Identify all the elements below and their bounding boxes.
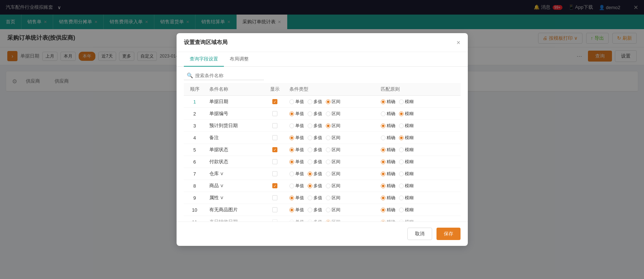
type-radio-多值[interactable]: 多值 [308,183,322,189]
match-radio-模糊[interactable]: 模糊 [399,171,414,177]
type-radio-区间[interactable]: 区间 [326,219,340,222]
type-radio-多值[interactable]: 多值 [308,123,322,129]
match-radio-精确[interactable]: 精确 [381,99,395,105]
match-radio-模糊[interactable]: 模糊 [399,183,414,189]
row-order: 11 [184,216,206,222]
row-display-checkbox[interactable]: ✓ [264,96,286,108]
row-display-checkbox[interactable]: ✓ [264,180,286,192]
modal-title: 设置查询区域布局 [184,39,228,46]
row-condition-name: 单据编号 [206,108,264,120]
row-display-checkbox[interactable]: ✓ [264,144,286,156]
type-radio-单值[interactable]: 单值 [289,219,304,222]
type-radio-单值[interactable]: 单值 [289,207,304,213]
checkbox[interactable] [272,171,277,176]
row-order: 6 [184,156,206,168]
row-type-options: 单值多值区间 [286,216,377,222]
row-display-checkbox[interactable] [264,156,286,168]
row-match-options: 精确模糊 [377,192,461,204]
checkbox[interactable] [272,159,277,164]
modal-search-area: 🔍 [177,67,468,83]
type-radio-单值[interactable]: 单值 [289,183,304,189]
row-order: 9 [184,192,206,204]
checkbox[interactable]: ✓ [272,99,277,104]
match-radio-模糊[interactable]: 模糊 [399,159,414,165]
type-radio-区间[interactable]: 区间 [326,195,340,201]
match-radio-精确[interactable]: 精确 [381,171,395,177]
type-radio-区间[interactable]: 区间 [326,183,340,189]
type-radio-单值[interactable]: 单值 [289,159,304,165]
modal-close-button[interactable]: × [457,39,461,46]
row-display-checkbox[interactable] [264,132,286,144]
checkbox[interactable]: ✓ [272,183,277,188]
type-radio-多值[interactable]: 多值 [308,171,322,177]
match-radio-模糊[interactable]: 模糊 [399,207,414,213]
match-radio-精确[interactable]: 精确 [381,123,395,129]
checkbox[interactable] [272,219,277,221]
match-radio-精确[interactable]: 精确 [381,195,395,201]
type-radio-单值[interactable]: 单值 [289,147,304,153]
settings-modal: 设置查询区域布局 × 查询字段设置 布局调整 🔍 顺序 条件名称 显示 [177,33,468,246]
match-radio-精确[interactable]: 精确 [381,147,395,153]
col-order: 顺序 [184,83,206,96]
match-radio-模糊[interactable]: 模糊 [399,135,414,141]
row-match-options: 精确模糊 [377,168,461,180]
match-radio-精确[interactable]: 精确 [381,183,395,189]
type-radio-多值[interactable]: 多值 [308,111,322,117]
match-radio-模糊[interactable]: 模糊 [399,219,414,222]
type-radio-单值[interactable]: 单值 [289,135,304,141]
cancel-button[interactable]: 取消 [407,228,432,240]
type-radio-多值[interactable]: 多值 [308,219,322,222]
row-type-options: 单值多值区间 [286,120,377,132]
type-radio-多值[interactable]: 多值 [308,195,322,201]
match-radio-精确[interactable]: 精确 [381,111,395,117]
row-display-checkbox[interactable] [264,192,286,204]
match-radio-精确[interactable]: 精确 [381,135,395,141]
checkbox[interactable] [272,111,277,116]
type-radio-区间[interactable]: 区间 [326,135,340,141]
row-display-checkbox[interactable] [264,216,286,222]
row-display-checkbox[interactable] [264,204,286,216]
match-radio-模糊[interactable]: 模糊 [399,147,414,153]
checkbox[interactable] [272,207,277,212]
match-radio-精确[interactable]: 精确 [381,207,395,213]
row-condition-name: 备注 [206,132,264,144]
save-button[interactable]: 保存 [436,228,461,240]
checkbox[interactable] [272,195,277,200]
match-radio-精确[interactable]: 精确 [381,159,395,165]
row-order: 2 [184,108,206,120]
row-display-checkbox[interactable] [264,120,286,132]
tab-layout-adjust[interactable]: 布局调整 [224,52,254,67]
type-radio-区间[interactable]: 区间 [326,207,340,213]
tab-query-fields[interactable]: 查询字段设置 [184,52,224,67]
type-radio-区间[interactable]: 区间 [326,123,340,129]
type-radio-区间[interactable]: 区间 [326,111,340,117]
match-radio-模糊[interactable]: 模糊 [399,111,414,117]
type-radio-区间[interactable]: 区间 [326,171,340,177]
match-radio-模糊[interactable]: 模糊 [399,99,414,105]
row-type-options: 单值多值区间 [286,192,377,204]
type-radio-区间[interactable]: 区间 [326,159,340,165]
type-radio-多值[interactable]: 多值 [308,99,322,105]
type-radio-单值[interactable]: 单值 [289,99,304,105]
row-match-options: 精确模糊 [377,120,461,132]
type-radio-单值[interactable]: 单值 [289,111,304,117]
type-radio-区间[interactable]: 区间 [326,147,340,153]
modal-table-container: 顺序 条件名称 显示 条件类型 匹配原则 1单据日期✓单值多值区间精确模糊2单据… [177,83,468,221]
type-radio-区间[interactable]: 区间 [326,99,340,105]
row-display-checkbox[interactable] [264,108,286,120]
match-radio-精确[interactable]: 精确 [381,219,395,222]
match-radio-模糊[interactable]: 模糊 [399,123,414,129]
checkbox[interactable] [272,135,277,140]
match-radio-模糊[interactable]: 模糊 [399,195,414,201]
type-radio-多值[interactable]: 多值 [308,207,322,213]
type-radio-单值[interactable]: 单值 [289,171,304,177]
checkbox[interactable]: ✓ [272,147,277,152]
type-radio-多值[interactable]: 多值 [308,135,322,141]
row-display-checkbox[interactable] [264,168,286,180]
type-radio-单值[interactable]: 单值 [289,123,304,129]
type-radio-单值[interactable]: 单值 [289,195,304,201]
checkbox[interactable] [272,123,277,128]
type-radio-多值[interactable]: 多值 [308,159,322,165]
search-input[interactable] [195,73,261,78]
type-radio-多值[interactable]: 多值 [308,147,322,153]
